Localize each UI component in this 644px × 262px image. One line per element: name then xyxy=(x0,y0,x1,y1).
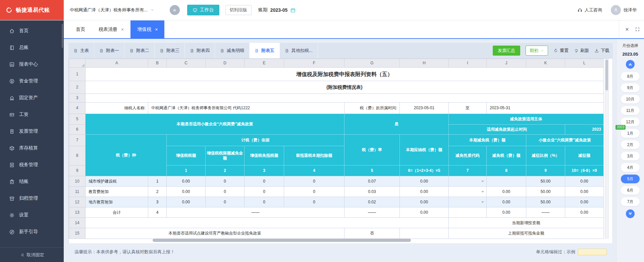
sheet-cell[interactable] xyxy=(449,207,487,218)
month-item-11月[interactable]: 11月 xyxy=(621,106,640,115)
sheet-cell[interactable]: 城市维护建设税 xyxy=(86,176,148,187)
fullscreen-icon[interactable] xyxy=(635,27,640,32)
row-header-15[interactable]: 15 xyxy=(69,228,86,239)
sheet-cell[interactable]: 0.00 xyxy=(167,187,206,197)
sheet-cell[interactable]: 1 xyxy=(167,166,206,176)
sheet-cell[interactable]: 当期新增投资额 xyxy=(449,218,604,228)
sheet-cell[interactable]: 5 xyxy=(344,166,400,176)
subtab-appendix-2[interactable]: 附表二 xyxy=(124,43,155,58)
sheet-cell[interactable]: 0 xyxy=(245,187,284,197)
row-header-4[interactable]: 4 xyxy=(69,103,86,114)
sheet-cell[interactable]: 50.00 xyxy=(526,187,565,197)
sheet-cell[interactable]: 0.00 xyxy=(565,187,604,197)
calendar-icon[interactable] xyxy=(290,7,296,13)
sheet-cell[interactable]: 0.00 xyxy=(487,197,526,207)
month-item-6月[interactable]: 6月 xyxy=(621,186,640,195)
sidebar-item-settings[interactable]: 设置 xyxy=(0,207,64,223)
subtab-appendix-1[interactable]: 附表一 xyxy=(94,43,124,58)
subtab-deduction-detail[interactable]: 减免明细 xyxy=(215,43,250,58)
sheet-cell[interactable]: 中税网通广泽（天津）税务师事务所有限公司 代码1222 xyxy=(148,103,344,114)
unpin-sidebar-button[interactable]: 取消固定 xyxy=(0,247,64,262)
month-item-3月[interactable]: 3月 xyxy=(621,152,640,160)
sheet-cell[interactable]: 0 xyxy=(284,176,344,187)
subtab-other-deduction[interactable]: 其他扣税... xyxy=(280,43,318,58)
column-header-L[interactable]: L xyxy=(565,59,604,68)
sheet-cell[interactable]: 6=（1+2+3-4）×5 xyxy=(400,166,449,176)
row-header-9[interactable]: 9 xyxy=(69,166,86,176)
sheet-cell[interactable]: 增值税及附加税费申报表附列资料（五） xyxy=(86,68,604,81)
row-header-10[interactable]: 10 xyxy=(69,176,86,187)
refresh-button[interactable]: 刷新 xyxy=(574,48,589,54)
subtab-appendix-3[interactable]: 附表三 xyxy=(155,43,185,58)
row-header-8[interactable]: 8 xyxy=(69,146,86,166)
row-header-5[interactable]: 5 xyxy=(69,114,86,125)
month-item-4月[interactable]: 4月 xyxy=(621,163,640,172)
sheet-cell[interactable]: 0.03 xyxy=(344,187,400,197)
sheet-cell[interactable]: 小微企业“六税两费”减免政策 xyxy=(526,135,604,146)
sheet-cell[interactable]: 教育费附加 xyxy=(86,187,148,197)
sheet-cell[interactable]: 本期是否适用试点建设培育产教融合型企业抵免政策 xyxy=(86,228,344,239)
column-header-J[interactable]: J xyxy=(487,59,526,68)
sheet-cell[interactable]: —— xyxy=(344,207,400,218)
sheet-cell[interactable]: 0.00 xyxy=(400,176,449,187)
sheet-cell[interactable]: 0.00 xyxy=(487,207,526,218)
scroll-months-up-button[interactable] xyxy=(626,60,635,69)
sheet-cell[interactable]: 0.02 xyxy=(344,197,400,207)
sheet-cell[interactable]: 0.00 xyxy=(167,197,206,207)
sidebar-scrollbar[interactable] xyxy=(62,24,63,48)
sheet-cell[interactable]: 增值税税额 xyxy=(167,146,206,166)
sidebar-item-tax[interactable]: 税务管理 xyxy=(0,156,64,173)
app-menu-button[interactable] xyxy=(170,5,180,15)
sheet-cell[interactable]: 否 xyxy=(344,228,400,239)
sheet-cell[interactable]: 计税（费）依据 xyxy=(167,135,344,146)
switch-old-version-button[interactable]: 切到旧版 xyxy=(225,5,252,15)
sheet-cell[interactable]: 7 xyxy=(449,166,487,176)
month-item-1月[interactable]: 1月 xyxy=(621,129,640,138)
sheet-cell[interactable]: 50.00 xyxy=(526,197,565,207)
column-header-D[interactable]: D xyxy=(206,59,245,68)
sheet-cell[interactable]: 留抵退税本期扣除额 xyxy=(284,146,344,166)
sidebar-item-funds[interactable]: 资金管理 xyxy=(0,73,64,89)
period-value[interactable]: 2023-05 xyxy=(270,7,287,13)
horizontal-scrollbar[interactable] xyxy=(153,239,411,242)
sidebar-item-salary[interactable]: 工资 xyxy=(0,106,64,123)
month-item-5月[interactable]: 5月 xyxy=(621,175,640,183)
sheet-cell[interactable]: 2 xyxy=(206,166,245,176)
sidebar-item-guide[interactable]: 新手引导 xyxy=(0,223,64,240)
download-button[interactable]: 下载 xyxy=(594,48,609,54)
sheet-cell[interactable]: 本期是否适用小微企业“六税两费”减免政策 xyxy=(86,114,344,135)
sheet-cell[interactable]: 增值税免抵税额 xyxy=(245,146,284,166)
sidebar-item-closing[interactable]: 结账 xyxy=(0,173,64,190)
row-header-7[interactable]: 7 xyxy=(69,135,86,146)
sheet-cell[interactable]: 减免税（费）额 xyxy=(487,146,526,166)
sheet-cell[interactable]: —— xyxy=(167,207,344,218)
column-header-F[interactable]: F xyxy=(284,59,344,68)
sheet-cell[interactable]: 税（费）率 xyxy=(344,135,400,166)
sheet-cell[interactable]: 税（费）种 xyxy=(86,135,167,176)
sheet-cell[interactable]: 2023 xyxy=(565,125,604,135)
close-tab-icon[interactable]: × xyxy=(155,27,158,32)
sheet-cell[interactable]: 0 xyxy=(245,197,284,207)
sheet-cell[interactable]: 50.00 xyxy=(526,176,565,187)
column-header-B[interactable]: B xyxy=(148,59,167,68)
row-header-14[interactable]: 14 xyxy=(69,218,86,228)
column-header-C[interactable]: C xyxy=(167,59,206,68)
sidebar-item-inventory[interactable]: 库存核算 xyxy=(0,140,64,156)
sidebar-item-archive[interactable]: 归档管理 xyxy=(0,190,64,207)
close-all-tabs-icon[interactable] xyxy=(625,27,630,32)
sheet-cell[interactable]: 4 xyxy=(284,166,344,176)
sheet-cell[interactable]: 0.00 xyxy=(400,197,449,207)
sheet-cell[interactable]: 0.00 xyxy=(565,197,604,207)
sheet-cell[interactable]: 减征比例（%） xyxy=(526,146,565,166)
column-header-G[interactable]: G xyxy=(344,59,400,68)
sheet-cell[interactable]: 税（费）款所属时间: xyxy=(344,103,400,114)
row-header-12[interactable]: 12 xyxy=(69,197,86,207)
column-header-E[interactable]: E xyxy=(245,59,284,68)
sheet-cell[interactable]: 合计 xyxy=(86,207,148,218)
close-tab-icon[interactable]: × xyxy=(121,27,124,32)
sheet-cell[interactable]: 0 xyxy=(206,197,245,207)
sheet-cell[interactable]: 3 xyxy=(148,197,167,207)
vertical-scrollbar-thumb[interactable] xyxy=(605,60,608,90)
sheet-cell[interactable]: —— xyxy=(526,207,565,218)
column-header-K[interactable]: K xyxy=(526,59,565,68)
